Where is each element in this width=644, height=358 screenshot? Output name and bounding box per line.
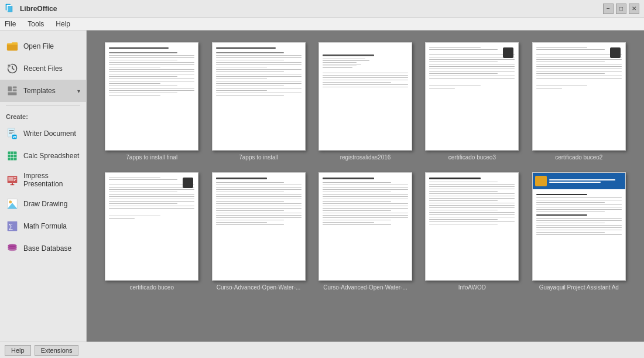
svg-rect-22 [8,152,17,161]
minimize-button[interactable]: − [603,4,614,14]
sidebar-item-open-file[interactable]: Open File [0,35,86,57]
doc-preview [425,172,519,281]
create-section-label: Create: [0,110,86,122]
writer-label: Writer Document [23,129,80,138]
doc-preview [318,172,412,281]
svg-rect-30 [14,179,16,179]
base-label: Base Database [23,244,80,253]
list-item[interactable]: Curso-Advanced-Open-Water-... [318,172,413,291]
doc-preview [105,172,198,281]
title-bar-left: LibreOffice [5,3,57,15]
window-controls: − □ ✕ [603,4,639,14]
templates-arrow-icon: ▾ [77,88,80,94]
doc-label: certificado buceo2 [555,154,602,161]
folder-icon [6,40,19,53]
doc-label: registrosalidas2016 [340,154,391,161]
svg-rect-28 [8,177,13,181]
sidebar-item-writer[interactable]: W Writer Document [0,122,86,145]
template-icon [6,84,19,97]
pykera-logo-icon [535,176,547,186]
pykera-header [533,173,625,189]
sidebar-item-base[interactable]: Base Database [0,237,86,260]
sidebar-item-impress[interactable]: Impress Presentation [0,167,86,193]
close-button[interactable]: ✕ [629,4,639,14]
thumbnails-grid: 7apps to install final [104,42,626,291]
maximize-button[interactable]: □ [616,4,626,14]
doc-label: Guayaquil Project Assistant Ad [539,284,619,291]
menu-tools[interactable]: Tools [25,19,46,29]
status-bar: Help Extensions [0,342,644,358]
doc-label: 7apps to install final [126,154,177,161]
app-title: LibreOffice [20,5,57,13]
main-layout: Open File Recent Files [0,30,644,342]
list-item[interactable]: certificado buceo2 [532,42,626,161]
doc-preview [212,42,306,151]
svg-rect-29 [14,178,16,178]
list-item[interactable]: certificado buceo [104,172,199,291]
svg-rect-13 [13,90,17,91]
recent-files-label: Recent Files [23,64,80,73]
doc-label: Curso-Advanced-Open-Water-... [323,284,407,291]
doc-preview [532,42,626,151]
list-item[interactable]: certificado buceo3 [424,42,519,161]
templates-label: Templates [23,87,73,95]
list-item[interactable]: Curso-Advanced-Open-Water-... [211,172,306,291]
doc-preview [425,42,519,151]
svg-text:W: W [13,135,16,139]
calc-icon [6,149,19,162]
menu-bar: File Tools Help [0,18,644,30]
doc-preview [532,172,626,281]
svg-text:∑: ∑ [8,223,13,230]
draw-icon [6,197,19,210]
svg-rect-31 [14,180,16,181]
sidebar-item-templates[interactable]: Templates ▾ [0,80,86,102]
svg-point-35 [9,200,12,203]
doc-preview [212,172,306,281]
impress-label: Impress Presentation [23,172,80,188]
list-item[interactable]: Guayaquil Project Assistant Ad [532,172,626,291]
doc-label: Curso-Advanced-Open-Water-... [217,284,301,291]
app-logo-icon [5,3,16,15]
list-item[interactable]: 7apps to install [211,42,306,161]
content-area: 7apps to install final [87,30,644,342]
svg-point-43 [8,248,17,251]
svg-rect-11 [8,87,12,91]
svg-rect-14 [8,93,17,96]
list-item[interactable]: InfoAWOD [424,172,519,291]
sidebar-item-draw[interactable]: Draw Drawing [0,193,86,215]
extensions-button[interactable]: Extensions [35,345,79,356]
list-item[interactable]: 7apps to install final [104,42,199,161]
help-button[interactable]: Help [5,345,31,356]
open-file-label: Open File [23,42,80,50]
list-item[interactable]: registrosalidas2016 [318,42,413,161]
base-icon [6,242,19,255]
svg-rect-12 [13,87,17,88]
calc-label: Calc Spreadsheet [23,152,80,160]
menu-file[interactable]: File [2,19,18,29]
status-bar-buttons: Help Extensions [5,345,78,356]
sidebar-divider [6,105,80,106]
sidebar-item-calc[interactable]: Calc Spreadsheet [0,145,86,167]
sidebar-item-math[interactable]: ∑ Math Formula [0,215,86,237]
doc-label: 7apps to install [239,154,278,161]
doc-preview [318,42,412,151]
svg-rect-2 [8,6,12,12]
doc-label: certificado buceo3 [448,154,496,161]
writer-icon: W [6,127,19,140]
sidebar-item-recent-files[interactable]: Recent Files [0,57,86,80]
svg-line-6 [12,69,14,70]
draw-label: Draw Drawing [23,200,80,208]
math-label: Math Formula [23,222,80,230]
doc-label: InfoAWOD [458,284,486,291]
impress-icon [6,173,19,186]
title-bar: LibreOffice − □ ✕ [0,0,644,18]
doc-label: certificado buceo [129,284,174,291]
sidebar: Open File Recent Files [0,30,87,342]
clock-icon [6,62,19,75]
menu-help[interactable]: Help [53,19,73,29]
math-icon: ∑ [6,220,19,233]
doc-preview [105,42,198,151]
pykera-text [549,179,623,183]
